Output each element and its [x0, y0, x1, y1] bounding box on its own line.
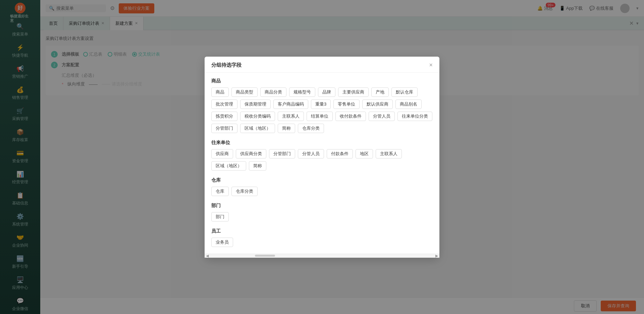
field-grid-4: 业务员	[211, 238, 433, 247]
field-tag-0-11[interactable]: 重量3	[311, 100, 331, 109]
field-tag-3-0[interactable]: 部门	[211, 212, 229, 222]
field-tag-1-5[interactable]: 地区	[356, 149, 373, 159]
field-tag-1-4[interactable]: 付款条件	[327, 149, 353, 159]
field-tag-4-0[interactable]: 业务员	[211, 238, 233, 247]
field-tag-1-6[interactable]: 主联系人	[376, 149, 402, 159]
field-tag-0-13[interactable]: 默认供应商	[362, 100, 393, 109]
modal-dialog: 分组待选字段 × 商品商品商品类型商品分类规格型号品牌主要供应商产地默认仓库批次…	[205, 57, 439, 258]
field-grid-2: 仓库仓库分类	[211, 187, 433, 196]
field-tag-0-25[interactable]: 仓库分类	[298, 124, 324, 133]
field-tag-1-2[interactable]: 分管部门	[269, 149, 295, 159]
field-tag-1-1[interactable]: 供应商分类	[236, 149, 266, 159]
hscroll-thumb[interactable]	[255, 255, 275, 257]
modal-body[interactable]: 商品商品商品类型商品分类规格型号品牌主要供应商产地默认仓库批次管理保质期管理客户…	[205, 73, 439, 254]
field-tag-0-15[interactable]: 拣货积分	[211, 112, 237, 121]
field-tag-0-20[interactable]: 分管人员	[369, 112, 395, 121]
section-title-3: 部门	[211, 203, 433, 209]
modal-horizontal-scrollbar[interactable]: ◀ ▶	[205, 254, 439, 258]
field-tag-0-8[interactable]: 批次管理	[211, 100, 237, 109]
field-tag-1-8[interactable]: 简称	[249, 161, 266, 171]
section-3: 部门部门	[211, 203, 433, 222]
section-title-1: 往来单位	[211, 140, 433, 146]
modal-header: 分组待选字段 ×	[205, 57, 439, 73]
field-tag-1-3[interactable]: 分管人员	[298, 149, 324, 159]
section-1: 往来单位供应商供应商分类分管部门分管人员付款条件地区主联系人区域（地区）简称	[211, 140, 433, 171]
field-tag-0-23[interactable]: 区域（地区）	[240, 124, 275, 133]
field-tag-0-10[interactable]: 客户商品编码	[273, 100, 308, 109]
field-grid-1: 供应商供应商分类分管部门分管人员付款条件地区主联系人区域（地区）简称	[211, 149, 433, 171]
field-tag-0-2[interactable]: 商品分类	[260, 87, 286, 97]
field-tag-0-0[interactable]: 商品	[211, 87, 229, 97]
field-tag-2-1[interactable]: 仓库分类	[231, 187, 258, 196]
field-tag-1-7[interactable]: 区域（地区）	[211, 161, 246, 171]
section-title-0: 商品	[211, 78, 433, 84]
modal-close-button[interactable]: ×	[429, 62, 433, 68]
modal-title: 分组待选字段	[211, 62, 241, 68]
field-tag-0-7[interactable]: 默认仓库	[391, 87, 418, 97]
field-tag-0-12[interactable]: 零售单位	[333, 100, 360, 109]
field-tag-0-16[interactable]: 税收分类编码	[240, 112, 275, 121]
field-tag-1-0[interactable]: 供应商	[211, 149, 233, 159]
section-2: 仓库仓库仓库分类	[211, 177, 433, 196]
field-tag-0-14[interactable]: 商品别名	[395, 100, 422, 109]
section-0: 商品商品商品类型商品分类规格型号品牌主要供应商产地默认仓库批次管理保质期管理客户…	[211, 78, 433, 133]
field-tag-0-22[interactable]: 分管部门	[211, 124, 237, 133]
field-tag-0-3[interactable]: 规格型号	[289, 87, 315, 97]
field-grid-3: 部门	[211, 212, 433, 222]
section-title-2: 仓库	[211, 177, 433, 183]
field-tag-0-9[interactable]: 保质期管理	[240, 100, 271, 109]
field-tag-0-24[interactable]: 简称	[278, 124, 295, 133]
field-tag-2-0[interactable]: 仓库	[211, 187, 229, 196]
field-tag-0-6[interactable]: 产地	[371, 87, 389, 97]
modal-overlay: 分组待选字段 × 商品商品商品类型商品分类规格型号品牌主要供应商产地默认仓库批次…	[0, 0, 644, 314]
section-4: 员工业务员	[211, 228, 433, 247]
field-tag-0-17[interactable]: 主联系人	[278, 112, 304, 121]
field-tag-0-4[interactable]: 品牌	[318, 87, 335, 97]
field-tag-0-19[interactable]: 收付款条件	[335, 112, 366, 121]
field-grid-0: 商品商品类型商品分类规格型号品牌主要供应商产地默认仓库批次管理保质期管理客户商品…	[211, 87, 433, 133]
field-tag-0-5[interactable]: 主要供应商	[338, 87, 369, 97]
field-tag-0-18[interactable]: 结算单位	[307, 112, 333, 121]
field-tag-0-1[interactable]: 商品类型	[231, 87, 258, 97]
field-tag-0-21[interactable]: 往来单位分类	[397, 112, 432, 121]
section-title-4: 员工	[211, 228, 433, 234]
